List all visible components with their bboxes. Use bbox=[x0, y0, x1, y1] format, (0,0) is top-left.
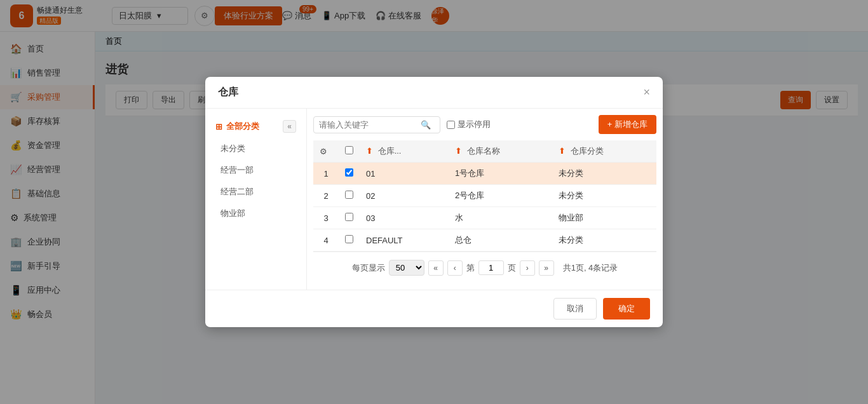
row-no: 1 bbox=[313, 163, 339, 185]
modal-header: 仓库 × bbox=[205, 77, 663, 109]
grid-icon: ⊞ bbox=[215, 122, 222, 131]
row-category: 未分类 bbox=[552, 185, 656, 207]
all-category-label: 全部分类 bbox=[226, 121, 259, 132]
cancel-button[interactable]: 取消 bbox=[553, 298, 597, 320]
th-name[interactable]: ⬆ 仓库名称 bbox=[449, 140, 553, 163]
row-checkbox[interactable] bbox=[339, 229, 360, 252]
warehouse-modal: 仓库 × ⊞ 全部分类 « 未分类 经营一部 经营二部 bbox=[205, 77, 663, 327]
show-disabled-checkbox[interactable] bbox=[447, 121, 455, 129]
modal-footer: 取消 确定 bbox=[205, 290, 663, 327]
th-check[interactable] bbox=[339, 140, 360, 163]
collapse-button[interactable]: « bbox=[283, 120, 296, 133]
row-code: 01 bbox=[360, 163, 449, 185]
row-code: 03 bbox=[360, 207, 449, 229]
search-input-wrap: 🔍 bbox=[313, 116, 440, 133]
th-category[interactable]: ⬆ 仓库分类 bbox=[552, 140, 656, 163]
search-bar: 🔍 显示停用 + 新增仓库 bbox=[313, 115, 656, 134]
row-code: DEFAULT bbox=[360, 229, 449, 252]
category-item-uncategorized[interactable]: 未分类 bbox=[205, 138, 306, 159]
row-checkbox[interactable] bbox=[339, 185, 360, 207]
first-page-button[interactable]: « bbox=[428, 260, 444, 276]
table-row[interactable]: 3 03 水 物业部 bbox=[313, 207, 656, 229]
row-checkbox[interactable] bbox=[339, 163, 360, 185]
prev-page-button[interactable]: ‹ bbox=[447, 260, 463, 276]
row-name: 水 bbox=[449, 207, 553, 229]
category-item-ops1[interactable]: 经营一部 bbox=[205, 159, 306, 181]
settings-icon: ⚙ bbox=[320, 147, 327, 156]
per-page-label: 每页显示 bbox=[352, 262, 385, 274]
row-name: 2号仓库 bbox=[449, 185, 553, 207]
table-row[interactable]: 1 01 1号仓库 未分类 bbox=[313, 163, 656, 185]
row-category: 未分类 bbox=[552, 163, 656, 185]
sort-icon-cat: ⬆ bbox=[559, 146, 566, 156]
modal-overlay: 仓库 × ⊞ 全部分类 « 未分类 经营一部 经营二部 bbox=[0, 0, 868, 404]
add-warehouse-button[interactable]: + 新增仓库 bbox=[599, 115, 656, 134]
table-panel: 🔍 显示停用 + 新增仓库 ⚙ bbox=[307, 109, 663, 290]
row-checkbox[interactable] bbox=[339, 207, 360, 229]
page-label: 第 bbox=[466, 262, 475, 274]
row-select-checkbox[interactable] bbox=[345, 235, 353, 243]
sort-icon-name: ⬆ bbox=[455, 146, 462, 156]
page-number-input[interactable] bbox=[478, 260, 504, 275]
table-row[interactable]: 2 02 2号仓库 未分类 bbox=[313, 185, 656, 207]
show-disabled-label: 显示停用 bbox=[458, 119, 491, 130]
total-info: 共1页, 4条记录 bbox=[563, 262, 618, 274]
row-no: 2 bbox=[313, 185, 339, 207]
page-suffix: 页 bbox=[508, 262, 516, 274]
show-disabled-wrap: 显示停用 bbox=[447, 119, 491, 130]
row-category: 物业部 bbox=[552, 207, 656, 229]
category-item-property[interactable]: 物业部 bbox=[205, 203, 306, 224]
search-icon[interactable]: 🔍 bbox=[421, 120, 431, 130]
table-row[interactable]: 4 DEFAULT 总仓 未分类 bbox=[313, 229, 656, 252]
all-category-header[interactable]: ⊞ 全部分类 « bbox=[205, 115, 306, 138]
row-no: 3 bbox=[313, 207, 339, 229]
row-name: 总仓 bbox=[449, 229, 553, 252]
row-select-checkbox[interactable] bbox=[345, 213, 353, 221]
per-page-select[interactable]: 50 20 100 bbox=[389, 260, 424, 276]
th-settings[interactable]: ⚙ bbox=[313, 140, 339, 163]
next-page-button[interactable]: › bbox=[520, 260, 535, 276]
row-no: 4 bbox=[313, 229, 339, 252]
confirm-button[interactable]: 确定 bbox=[603, 298, 650, 320]
row-name: 1号仓库 bbox=[449, 163, 553, 185]
sort-icon: ⬆ bbox=[366, 146, 373, 156]
modal-title: 仓库 bbox=[218, 86, 238, 99]
modal-close-button[interactable]: × bbox=[643, 86, 650, 99]
search-input[interactable] bbox=[319, 120, 421, 130]
modal-body: ⊞ 全部分类 « 未分类 经营一部 经营二部 物业部 bbox=[205, 109, 663, 290]
last-page-button[interactable]: » bbox=[539, 260, 554, 276]
row-category: 未分类 bbox=[552, 229, 656, 252]
table-container: ⚙ ⬆ 仓库... ⬆ bbox=[313, 140, 656, 252]
select-all-checkbox[interactable] bbox=[345, 146, 353, 154]
category-panel: ⊞ 全部分类 « 未分类 经营一部 经营二部 物业部 bbox=[205, 109, 307, 290]
pagination: 每页显示 50 20 100 « ‹ 第 页 › » 共1页, 4条记录 bbox=[313, 252, 656, 283]
row-code: 02 bbox=[360, 185, 449, 207]
category-item-ops2[interactable]: 经营二部 bbox=[205, 181, 306, 203]
warehouse-table: ⚙ ⬆ 仓库... ⬆ bbox=[313, 140, 656, 252]
row-select-checkbox[interactable] bbox=[345, 168, 353, 177]
th-code[interactable]: ⬆ 仓库... bbox=[360, 140, 449, 163]
row-select-checkbox[interactable] bbox=[345, 191, 353, 199]
